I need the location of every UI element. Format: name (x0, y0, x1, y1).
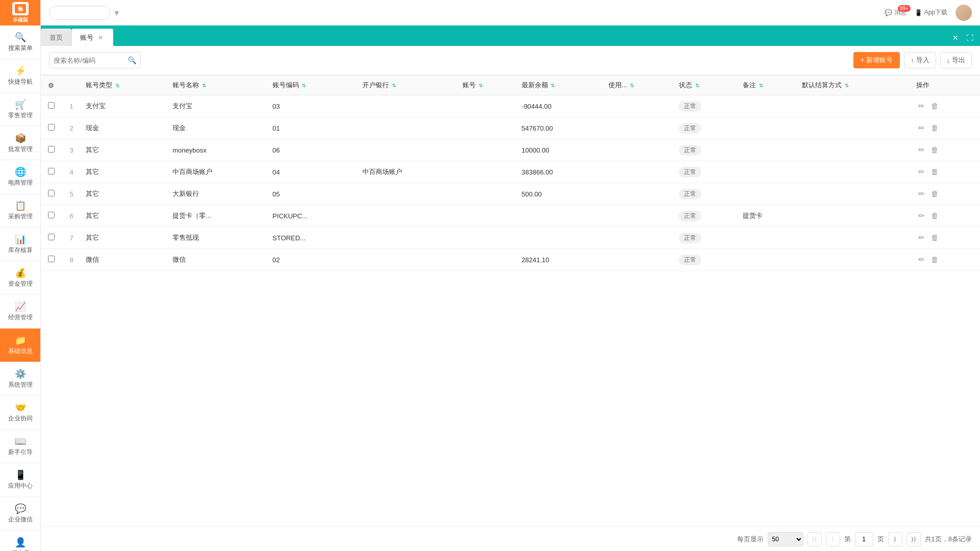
row-checkbox-5[interactable] (41, 205, 61, 227)
import-button[interactable]: ↑ 导入 (904, 52, 936, 68)
edit-button-0[interactable]: ✏ (916, 101, 927, 112)
import-icon: ↑ (911, 57, 914, 64)
row-checkbox-4[interactable] (41, 183, 61, 205)
tab-home[interactable]: 首页 (41, 29, 71, 46)
first-page-button[interactable]: ⟨⟨ (807, 532, 822, 546)
sidebar-item-operation-mgmt[interactable]: 📈经营管理 (0, 295, 40, 329)
delete-button-0[interactable]: 🗑 (929, 101, 941, 111)
message-button[interactable]: 💬 消息 99+ (885, 8, 906, 17)
delete-button-5[interactable]: 🗑 (929, 210, 941, 221)
sidebar-item-wholesale-mgmt[interactable]: 📦批发管理 (0, 127, 40, 160)
sidebar-item-quick-nav[interactable]: ⚡快捷导航 (0, 59, 40, 93)
row-check-5[interactable] (48, 212, 55, 218)
delete-button-7[interactable]: 🗑 (929, 254, 941, 265)
row-account-no-2 (458, 139, 518, 161)
row-latest-balance-2: 10000.00 (518, 139, 604, 161)
row-usage-2 (604, 139, 675, 161)
delete-button-6[interactable]: 🗑 (929, 232, 941, 243)
edit-button-6[interactable]: ✏ (916, 232, 927, 243)
sidebar-item-enterprise-agreement[interactable]: 🤝企业协同 (0, 396, 40, 430)
delete-button-1[interactable]: 🗑 (929, 122, 941, 133)
col-latest-balance[interactable]: 最新余额 ⇅ (518, 76, 604, 95)
avatar[interactable] (955, 5, 972, 21)
dropdown-icon[interactable]: ▾ (114, 7, 119, 18)
row-checkbox-0[interactable] (41, 95, 61, 117)
sidebar-item-inventory-check[interactable]: 📊库存核算 (0, 228, 40, 261)
sidebar-item-member[interactable]: 👤畅会员 (0, 531, 40, 551)
col-usage[interactable]: 使用... ⇅ (604, 76, 675, 95)
row-bank-0 (358, 95, 458, 117)
sidebar-item-app-center[interactable]: 📱应用中心 (0, 463, 40, 497)
col-account-no[interactable]: 账号 ⇅ (458, 76, 518, 95)
export-label: 导出 (952, 56, 965, 65)
page-input[interactable] (855, 532, 873, 546)
row-checkbox-7[interactable] (41, 249, 61, 271)
export-button[interactable]: ↓ 导出 (940, 52, 972, 68)
edit-button-4[interactable]: ✏ (916, 188, 927, 199)
tab-close-account[interactable]: ✕ (96, 34, 105, 42)
last-page-button[interactable]: ⟩⟩ (906, 532, 921, 546)
row-checkbox-6[interactable] (41, 227, 61, 249)
tab-account[interactable]: 账号✕ (71, 29, 113, 46)
row-check-7[interactable] (48, 256, 55, 262)
main-area: ▾ 💬 消息 99+ 📱 App下载 首页账号✕ ✕ ⛶ (41, 0, 980, 551)
row-check-1[interactable] (48, 124, 55, 131)
row-check-2[interactable] (48, 146, 55, 153)
row-check-4[interactable] (48, 190, 55, 196)
add-account-button[interactable]: + 新增账号 (853, 52, 900, 68)
sidebar-item-new-guide[interactable]: 📖新手引导 (0, 430, 40, 463)
top-search-input[interactable] (49, 6, 110, 20)
row-check-6[interactable] (48, 234, 55, 240)
maximize-tab-action[interactable]: ⛶ (964, 32, 976, 44)
row-checkbox-1[interactable] (41, 117, 61, 139)
app-download-button[interactable]: 📱 App下载 (915, 8, 947, 17)
row-account-name-3: 中百商场账户 (168, 161, 268, 183)
col-settings[interactable]: ⚙ (41, 76, 61, 95)
col-account-code[interactable]: 账号编码 ⇅ (268, 76, 358, 95)
sidebar-item-fund-mgmt[interactable]: 💰资金管理 (0, 261, 40, 295)
sidebar-item-ecommerce-mgmt[interactable]: 🌐电商管理 (0, 160, 40, 194)
sidebar-label-basic-info: 基础信息 (8, 347, 33, 356)
edit-button-5[interactable]: ✏ (916, 210, 927, 221)
col-action: 操作 (912, 76, 980, 95)
row-bank-1 (358, 117, 458, 139)
col-default-settlement[interactable]: 默认结算方式 ⇅ (798, 76, 912, 95)
sidebar-icon-inventory-check: 📊 (15, 234, 26, 245)
prev-page-button[interactable]: ⟨ (826, 532, 840, 546)
edit-button-2[interactable]: ✏ (916, 144, 927, 156)
next-page-button[interactable]: ⟩ (888, 532, 902, 546)
edit-button-1[interactable]: ✏ (916, 122, 927, 134)
row-number-0: 1 (61, 95, 82, 117)
page-label: 第 (844, 535, 851, 544)
delete-button-3[interactable]: 🗑 (929, 166, 941, 177)
delete-button-4[interactable]: 🗑 (929, 188, 941, 199)
row-usage-6 (604, 227, 675, 249)
col-account-name[interactable]: 账号名称 ⇅ (168, 76, 268, 95)
col-bank[interactable]: 开户银行 ⇅ (358, 76, 458, 95)
row-check-3[interactable] (48, 168, 55, 174)
sidebar-item-system-mgmt[interactable]: ⚙️系统管理 (0, 362, 40, 396)
row-account-no-7 (458, 249, 518, 271)
row-checkbox-2[interactable] (41, 139, 61, 161)
sidebar-label-fund-mgmt: 资金管理 (8, 280, 33, 288)
row-default-settlement-4 (798, 183, 912, 205)
col-remark[interactable]: 备注 ⇅ (739, 76, 798, 95)
row-checkbox-3[interactable] (41, 161, 61, 183)
edit-button-7[interactable]: ✏ (916, 254, 927, 265)
close-tab-action[interactable]: ✕ (949, 32, 962, 44)
search-input[interactable] (54, 57, 126, 64)
sidebar-item-retail-mgmt[interactable]: 🛒零售管理 (0, 93, 40, 127)
toolbar-left: 🔍 (49, 52, 141, 68)
per-page-select[interactable]: 50 100 200 (768, 532, 803, 546)
row-usage-4 (604, 183, 675, 205)
col-status[interactable]: 状态 ⇅ (675, 76, 739, 95)
sidebar-item-enterprise-wechat[interactable]: 💬企业微信 (0, 497, 40, 531)
row-latest-balance-4: 500.00 (518, 183, 604, 205)
edit-button-3[interactable]: ✏ (916, 166, 927, 178)
sidebar-item-basic-info[interactable]: 📁基础信息 (0, 329, 40, 362)
delete-button-2[interactable]: 🗑 (929, 144, 941, 155)
sidebar-item-search-menu[interactable]: 🔍搜索菜单 (0, 26, 40, 59)
sidebar-item-purchase-mgmt[interactable]: 📋采购管理 (0, 194, 40, 228)
row-check-0[interactable] (48, 102, 55, 109)
col-account-type[interactable]: 账号类型 ⇅ (82, 76, 168, 95)
